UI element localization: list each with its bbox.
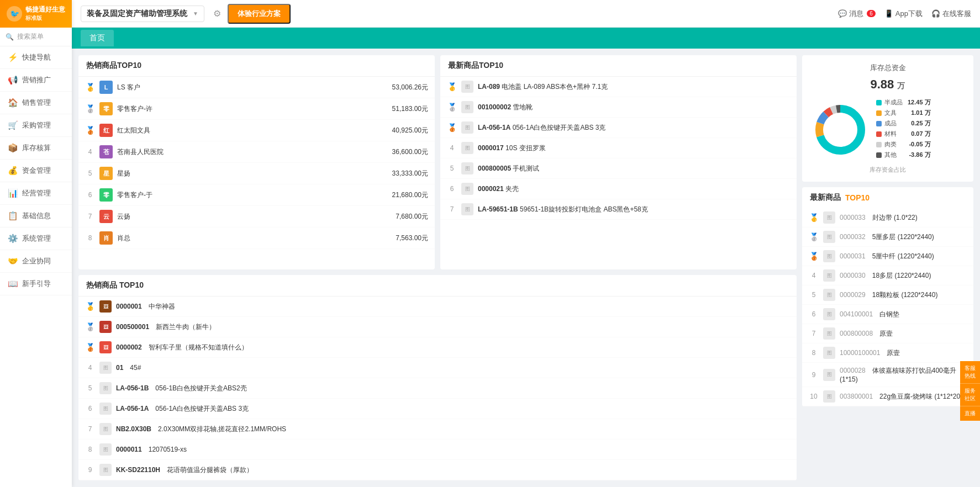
customer-avatar: 红 (99, 124, 113, 137)
sidebar-item-finance[interactable]: 💰 资金管理 (0, 160, 72, 182)
sidebar-search[interactable]: 🔍 搜索菜单 (0, 28, 72, 46)
sidebar-item-label: 营销推广 (22, 75, 51, 85)
customer-amount: 7,680.00元 (396, 212, 428, 221)
sidebar-item-cooperation[interactable]: 🤝 企业协同 (0, 250, 72, 273)
list-item: 🥉 🖼 0000002 智利车子里（规格不知道填什么） (78, 337, 797, 358)
trial-button[interactable]: 体验行业方案 (228, 4, 291, 24)
new-product-avatar: 图 (823, 211, 835, 224)
rank-num: 6 (447, 185, 457, 193)
legend-item-finished: 成品 0.25 万 (876, 119, 931, 128)
rank-num: 5 (809, 291, 819, 299)
sidebar-item-inventory[interactable]: 📦 库存核算 (0, 137, 72, 160)
hot-product-name: LA-056-1A 056-1A白色按键开关盖ABS 3克 (116, 404, 790, 414)
float-btn-community[interactable]: 服务社区 (960, 384, 980, 406)
app-download-button[interactable]: 📱 App下载 (884, 9, 923, 19)
list-item: 9 图 KK-SD22110H 花语萌值温分腿裤袋（厚款） (78, 460, 797, 480)
product-name: LA-59651-1B 59651-1B旋转投影灯电池盒 ABS黑色+58克 (478, 205, 790, 214)
products-rank-list: 最新商品TOP10 🥇 图 LA-089 电池盖 LA-089 ABS本色+黑种… (440, 55, 797, 220)
sidebar-item-label: 资金管理 (22, 166, 51, 176)
product-name: 001000002 雪地靴 (478, 103, 790, 112)
customer-name: LS 客户 (117, 83, 388, 92)
sidebar-item-marketing[interactable]: 📢 营销推广 (0, 69, 72, 92)
product-image: 图 (99, 443, 112, 456)
message-button[interactable]: 💬 消息 6 (838, 9, 876, 19)
float-btn-service[interactable]: 客服热线 (960, 361, 980, 384)
legend-item-other: 其他 -3.86 万 (876, 151, 931, 159)
float-btn-live[interactable]: 直播 (960, 406, 980, 421)
sidebar-item-basic[interactable]: 📋 基础信息 (0, 205, 72, 227)
new-product-name: 000800008 原壹 (840, 329, 967, 338)
rank-num: 8 (85, 446, 95, 453)
new-product-item: 🥉 图 0000031 5厘中纤 (1220*2440) (802, 247, 973, 266)
online-service-button[interactable]: 🎧 在线客服 (931, 9, 971, 19)
rank-num: 4 (85, 364, 95, 372)
products-rank-header: 最新商品TOP10 (440, 55, 797, 77)
customer-avatar: 苍 (99, 145, 113, 158)
chevron-down-icon: ▼ (193, 10, 198, 17)
sidebar-item-label: 库存核算 (22, 143, 51, 153)
inventory-amount: 9.88 万 (810, 77, 966, 92)
sidebar-menu: ⚡ 快捷导航 📢 营销推广 🏠 销售管理 🛒 采购管理 📦 库存核算 💰 资金管… (0, 46, 72, 487)
rank-num: 5 (447, 165, 457, 172)
new-product-name: 0000033 封边带 (1.0*22) (840, 213, 967, 223)
list-item: 🥈 🖼 000500001 新西兰牛肉（新牛） (78, 317, 797, 337)
hot-product-name: 01 45# (116, 363, 790, 373)
product-image: 🖼 (99, 341, 112, 353)
product-image: 图 (99, 362, 112, 374)
operation-icon: 📊 (8, 188, 18, 198)
hot-product-name: 0000001 中华神器 (116, 302, 790, 311)
rank-num: 4 (85, 148, 95, 156)
sidebar-item-quick-nav[interactable]: ⚡ 快捷导航 (0, 46, 72, 69)
rank-medal: 🥈 (85, 322, 95, 332)
rank-medal: 🥇 (809, 213, 819, 223)
product-image: 🖼 (99, 321, 112, 333)
hot-product-name: 0000002 智利车子里（规格不知道填什么） (116, 343, 790, 352)
sidebar-item-sales[interactable]: 🏠 销售管理 (0, 92, 72, 114)
sidebar-item-purchase[interactable]: 🛒 采购管理 (0, 114, 72, 137)
tab-home[interactable]: 首页 (81, 30, 114, 46)
sidebar-item-label: 经营管理 (22, 188, 51, 198)
rank-num: 6 (85, 191, 95, 199)
hot-product-name: 000500001 新西兰牛肉（新牛） (116, 322, 790, 332)
sidebar-item-label: 企业协同 (22, 256, 51, 266)
sidebar-item-label: 新手引导 (22, 279, 51, 289)
list-item: 🥇 L LS 客户 53,006.26元 (78, 77, 435, 98)
new-product-item: 6 图 004100001 白钢垫 (802, 305, 973, 324)
sidebar-item-system[interactable]: ⚙️ 系统管理 (0, 227, 72, 250)
content-area: 热销商品TOP10 🥇 L LS 客户 53,006.26元 🥈 零 零售客户-… (72, 49, 980, 487)
system-icon: ⚙️ (8, 234, 18, 244)
rank-num: 8 (809, 349, 819, 357)
sidebar-item-guide[interactable]: 📖 新手引导 (0, 273, 72, 295)
list-item: 4 图 0000017 10S 变扭罗浆 (440, 138, 797, 158)
products-rank-panel: 最新商品TOP10 🥇 图 LA-089 电池盖 LA-089 ABS本色+黑种… (440, 55, 797, 269)
product-name: 0000021 夹壳 (478, 184, 790, 194)
sidebar: 🐦 畅捷通好生意 标准版 🔍 搜索菜单 ⚡ 快捷导航 📢 营销推广 🏠 销售管理… (0, 0, 72, 487)
new-product-name: 0000028 体彼嘉核味苏打饮品400毫升 (1*15) (840, 366, 967, 383)
new-product-item: 🥈 图 0000032 5厘多层 (1220*2440) (802, 227, 973, 247)
gear-icon[interactable]: ⚙ (213, 8, 221, 19)
legend-color-stationery (876, 110, 882, 116)
rank-medal: 🥉 (85, 125, 95, 135)
new-product-name: 0000030 18多层 (1220*2440) (840, 271, 967, 280)
product-avatar: 图 (461, 203, 473, 215)
inventory-icon: 📦 (8, 143, 18, 153)
list-item: 4 苍 苍南县人民医院 36,600.00元 (78, 141, 435, 163)
system-selector[interactable]: 装备及固定资产辅助管理系统 ▼ (81, 6, 204, 22)
list-item: 🥇 图 LA-089 电池盖 LA-089 ABS本色+黑种 7.1克 (440, 77, 797, 97)
rank-num: 6 (809, 310, 819, 318)
list-item: 🥉 图 LA-056-1A 056-1A白色按键开关盖ABS 3克 (440, 118, 797, 138)
cooperation-icon: 🤝 (8, 256, 18, 266)
donut-chart (810, 99, 871, 160)
list-item: 7 云 云扬 7,680.00元 (78, 206, 435, 227)
product-name: LA-089 电池盖 LA-089 ABS本色+黑种 7.1克 (478, 82, 790, 92)
product-name: 000800005 手机测试 (478, 164, 790, 173)
sidebar-item-operation[interactable]: 📊 经营管理 (0, 182, 72, 205)
new-product-item: 9 图 0000028 体彼嘉核味苏打饮品400毫升 (1*15) (802, 363, 973, 387)
customer-amount: 51,183.00元 (392, 104, 428, 114)
hot-product-name: 0000011 12070519-xs (116, 445, 790, 454)
new-product-name: 0000029 18颗粒板 (1220*2440) (840, 290, 967, 300)
new-products-title: 最新商品 TOP10 (802, 187, 973, 208)
search-label: 搜索菜单 (17, 32, 44, 41)
rank-medal: 🥇 (85, 301, 95, 311)
sales-icon: 🏠 (8, 98, 18, 108)
